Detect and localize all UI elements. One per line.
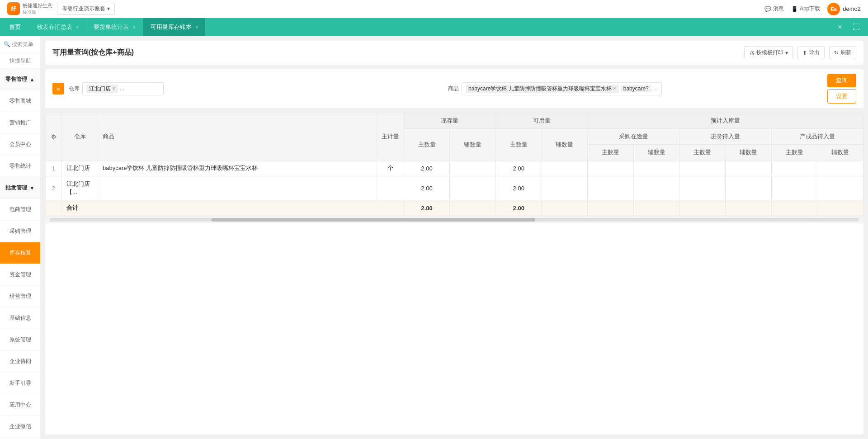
- sidebar-item-ecommerce[interactable]: 电商管理: [0, 199, 40, 221]
- tab-home-label: 首页: [9, 23, 21, 31]
- footer-stock-main: 2.00: [404, 200, 450, 216]
- sidebar-item-retail-mgmt[interactable]: 零售管理 ▲: [0, 69, 40, 90]
- refresh-btn[interactable]: ↻ 刷新: [829, 46, 856, 59]
- sidebar-item-retail-mall[interactable]: 零售商城: [0, 90, 40, 112]
- row-1-goods: babycare学饮杯 儿童防摔防撞吸管杯重力球吸嘴杯宝宝水杯: [98, 160, 377, 176]
- sidebar-item-finance[interactable]: 资金管理: [0, 264, 40, 286]
- goods-tag-1-value: babycare学饮杯 儿童防摔防撞吸管杯重力球吸嘴杯宝宝水杯: [468, 85, 612, 93]
- filter-action-buttons: 查询 设置: [827, 74, 856, 104]
- footer-label: 合计: [62, 200, 404, 216]
- page-actions: 🖨 按模板打印 ▾ ⬆ 导出 ↻ 刷新: [744, 46, 856, 59]
- filter-bar: » 仓库 江北门店 × ... 商品 babycare学饮杯 儿童防摔防撞吸管杯…: [45, 69, 863, 108]
- retail-mall-label: 零售商城: [9, 97, 31, 105]
- row-1-inbound-aux: [726, 160, 772, 176]
- sidebar-item-system[interactable]: 系统管理: [0, 329, 40, 351]
- sidebar-search[interactable]: 🔍 搜索菜单: [0, 36, 40, 53]
- th-avail-main: 主数量: [495, 129, 542, 160]
- fullscreen-btn[interactable]: ⛶: [850, 21, 863, 33]
- warehouse-filter-input[interactable]: 江北门店 × ...: [82, 82, 164, 95]
- goods-filter-more[interactable]: ...: [653, 85, 658, 92]
- warehouse-tag: 江北门店 ×: [86, 85, 118, 93]
- row-1-avail-aux: [542, 160, 588, 176]
- sidebar-item-inventory[interactable]: 库存核算: [0, 242, 40, 264]
- sidebar-item-marketing[interactable]: 营销推广: [0, 112, 40, 134]
- th-pur-trans-main: 主数量: [588, 145, 634, 160]
- row-2-num: 2: [46, 176, 62, 200]
- close-available-stock-icon[interactable]: ×: [195, 24, 198, 30]
- sidebar-item-app-center[interactable]: 应用中心: [0, 394, 40, 416]
- scroll-area: [45, 216, 863, 223]
- tab-home[interactable]: 首页: [0, 18, 30, 36]
- row-2-unit: [377, 176, 404, 200]
- warehouse-filter-more[interactable]: ...: [120, 85, 124, 92]
- close-receive-summary-icon[interactable]: ×: [76, 24, 79, 30]
- footer-avail-aux: [542, 200, 588, 216]
- scroll-track[interactable]: [50, 218, 859, 222]
- sidebar-item-enterprise[interactable]: 企业协同: [0, 351, 40, 373]
- industry-label: 母婴行业演示账套: [62, 5, 105, 13]
- table-row: 1 江北门店 babycare学饮杯 儿童防摔防撞吸管杯重力球吸嘴杯宝宝水杯 个…: [46, 160, 863, 176]
- table-footer: 合计 2.00 2.00: [46, 200, 863, 216]
- row-1-prod-main: [771, 160, 817, 176]
- message-btn[interactable]: 💬 消息: [764, 5, 784, 13]
- tab-receive-summary[interactable]: 收发存汇总表 ×: [30, 18, 86, 36]
- warehouse-tag-close-icon[interactable]: ×: [112, 85, 115, 92]
- tab-available-stock-label: 可用量库存账本: [151, 23, 192, 31]
- footer-row: 合计 2.00 2.00: [46, 200, 863, 216]
- logo-icon: 好: [7, 2, 20, 15]
- print-chevron-icon: ▾: [785, 50, 788, 56]
- th-pur-trans-group: 采购在途量: [588, 129, 679, 145]
- print-btn[interactable]: 🖨 按模板打印 ▾: [744, 46, 793, 59]
- page-title-bar: 可用量查询(按仓库+商品) 🖨 按模板打印 ▾ ⬆ 导出 ↻ 刷新: [45, 41, 863, 65]
- row-2-avail-aux: [542, 176, 588, 200]
- tab-available-stock[interactable]: 可用量库存账本 ×: [143, 18, 206, 36]
- chevron-down-icon: ▼: [29, 185, 35, 191]
- marketing-label: 营销推广: [9, 119, 31, 127]
- goods-tag-1: babycare学饮杯 儿童防摔防撞吸管杯重力球吸嘴杯宝宝水杯 ×: [466, 85, 619, 93]
- row-1-stock-main: 2.00: [404, 160, 450, 176]
- scroll-thumb[interactable]: [212, 218, 535, 222]
- th-stock-main: 主数量: [404, 129, 450, 160]
- message-icon: 💬: [764, 6, 771, 12]
- close-order-stats-icon[interactable]: ×: [132, 24, 135, 30]
- sidebar-item-retail-stats[interactable]: 零售统计: [0, 156, 40, 177]
- sidebar-item-newbie[interactable]: 新手引导: [0, 373, 40, 394]
- refresh-icon: ↻: [834, 50, 839, 56]
- enterprise-label: 企业协同: [9, 358, 31, 365]
- sidebar-item-wechat[interactable]: 企业微信: [0, 416, 40, 438]
- user-area[interactable]: Ea demo2: [827, 3, 861, 15]
- sidebar-quick-nav[interactable]: 快捷导航: [0, 53, 40, 69]
- retail-mgmt-label: 零售管理: [5, 76, 27, 83]
- goods-tag-1-close-icon[interactable]: ×: [613, 85, 616, 92]
- row-2-goods: [98, 176, 377, 200]
- tab-receive-summary-label: 收发存汇总表: [37, 23, 72, 31]
- sidebar-item-wholesale-mgmt[interactable]: 批发管理 ▼: [0, 177, 40, 199]
- sidebar-item-operations[interactable]: 经营管理: [0, 286, 40, 307]
- industry-selector[interactable]: 母婴行业演示账套 ▾: [57, 3, 115, 15]
- close-tab-btn[interactable]: ×: [834, 21, 846, 33]
- goods-filter-input[interactable]: babycare学饮杯 儿童防摔防撞吸管杯重力球吸嘴杯宝宝水杯 × babyca…: [462, 82, 662, 95]
- th-gear[interactable]: ⚙: [46, 113, 62, 160]
- settings-button[interactable]: 设置: [827, 89, 856, 104]
- row-2-avail-main: 2.00: [495, 176, 542, 200]
- expand-btn[interactable]: »: [52, 83, 64, 94]
- query-button[interactable]: 查询: [827, 74, 856, 87]
- footer-inbound-main: [679, 200, 726, 216]
- inventory-label: 库存核算: [9, 249, 31, 257]
- nav-tabs: 首页 收发存汇总表 × 要货单统计表 × 可用量库存账本 × × ⛶: [0, 18, 868, 36]
- print-icon: 🖨: [749, 50, 755, 56]
- export-btn[interactable]: ⬆ 导出: [797, 46, 825, 59]
- row-1-num: 1: [46, 160, 62, 176]
- sidebar-item-purchase[interactable]: 采购管理: [0, 221, 40, 242]
- tab-order-stats[interactable]: 要货单统计表 ×: [86, 18, 143, 36]
- logo-area: 好 畅捷通好生意 标准版: [7, 2, 52, 15]
- logo-text-area: 畅捷通好生意 标准版: [23, 2, 52, 15]
- goods-tag-2: babycare?: [621, 85, 651, 92]
- header-left: 好 畅捷通好生意 标准版 母婴行业演示账套 ▾: [7, 2, 115, 15]
- table-container: ⚙ 仓库 商品 主计量 现存量 可用量 预计入库量 主数量 辅数量 主数量 辅数…: [45, 113, 863, 434]
- sidebar-item-members[interactable]: 会员中心: [0, 134, 40, 156]
- sidebar-item-basic-info[interactable]: 基础信息: [0, 307, 40, 329]
- app-download-btn[interactable]: 📱 App下载: [791, 5, 820, 13]
- footer-inbound-aux: [726, 200, 772, 216]
- th-prod-group: 产成品待入量: [771, 129, 863, 145]
